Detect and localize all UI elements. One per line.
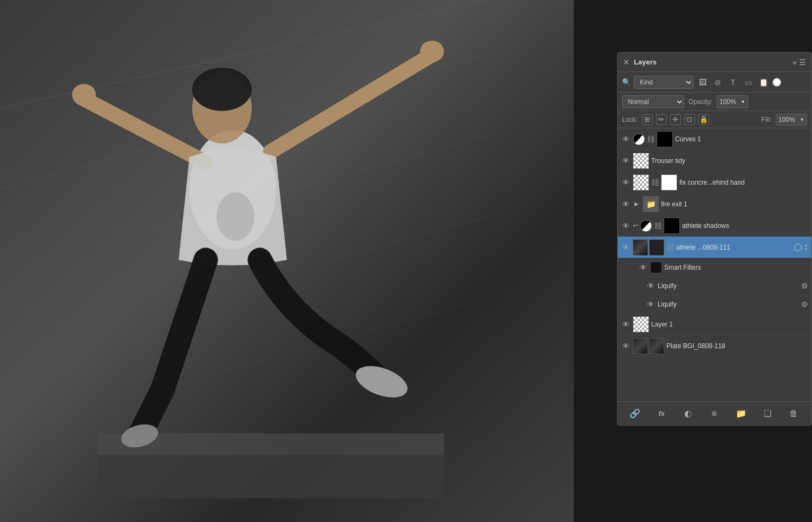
layer-name-fix-concrete: fix concre...ehind hand xyxy=(679,179,808,186)
panel-bottom-toolbar: 🔗 fx ◐ ⊕ 📁 ❑ 🗑 xyxy=(618,401,811,425)
layer-name-trouser: Trouser tidy xyxy=(651,157,808,165)
thumb-plate-mask xyxy=(649,338,664,354)
thumb-double-plate xyxy=(633,338,664,354)
adj-circle-icon-curves1 xyxy=(633,133,645,145)
expand-icon-fire-exit[interactable]: ▶ xyxy=(633,200,640,208)
canvas-image xyxy=(0,0,574,522)
filter-adjust-icon-2[interactable]: ⚙ xyxy=(801,300,808,309)
visibility-icon-liquify-1[interactable]: 👁 xyxy=(646,281,656,291)
search-icon: 🔍 xyxy=(622,78,631,86)
layer-name-curves1: Curves 1 xyxy=(675,135,808,143)
folder-layer-icon: 📁 xyxy=(646,200,656,208)
thumb-athlete-mask xyxy=(649,239,664,256)
visibility-icon-layer1[interactable]: 👁 xyxy=(621,319,631,329)
chain-icon-fix-concrete: ⛓ xyxy=(651,178,659,187)
new-group-button[interactable]: 📁 xyxy=(734,406,749,421)
layer-item-smart-filters[interactable]: 👁 Smart Filters xyxy=(618,258,811,277)
svg-rect-7 xyxy=(97,455,444,498)
chain-icon-curves1: ⛓ xyxy=(647,135,654,143)
panel-menu-button[interactable]: ☰ xyxy=(799,58,806,67)
thumb-plate-photo xyxy=(633,338,648,354)
layer-item-curves1[interactable]: 👁 ⛓ Curves 1 xyxy=(618,128,811,150)
kind-filter-select[interactable]: Kind xyxy=(634,76,693,89)
down-arrow-icon: ▼ xyxy=(804,247,808,252)
layer-name-liquify-2: Liquify xyxy=(658,301,799,308)
panel-title: Layers xyxy=(634,58,657,66)
visibility-icon-athlete-shadows[interactable]: 👁 xyxy=(621,221,631,231)
collapse-expand-icon-athlete-main[interactable]: ▲ ▼ xyxy=(804,243,808,252)
fill-value-display[interactable]: 100% ▼ xyxy=(776,114,807,126)
layer-name-plate-bgi: Plate BGI_0808-118 xyxy=(666,342,808,350)
fill-number: 100% xyxy=(778,116,795,123)
visibility-icon-plate-bgi[interactable]: 👁 xyxy=(621,341,631,351)
thumb-trouser xyxy=(633,153,649,169)
circle-filter-icon[interactable]: ⊘ xyxy=(712,76,724,88)
layer-item-athlete-main[interactable]: 👁 ⛓ athlete ...0808-111 ▲ ▼ xyxy=(618,237,811,258)
blend-mode-select[interactable]: Normal Dissolve Multiply Screen Overlay xyxy=(622,95,684,108)
visibility-icon-smart-filters[interactable]: 👁 xyxy=(638,263,648,272)
panel-collapse-button[interactable]: « xyxy=(793,58,797,67)
layer-name-liquify-1: Liquify xyxy=(658,282,799,290)
visibility-icon-liquify-2[interactable]: 👁 xyxy=(646,299,656,309)
filter-row: 🔍 Kind 🖼 ⊘ T ▭ 📋 xyxy=(618,72,811,93)
layer-item-fix-concrete[interactable]: 👁 ⛓ fix concre...ehind hand xyxy=(618,172,811,193)
panel-header-icons: « ☰ xyxy=(793,58,806,67)
layer-item-liquify-1[interactable]: 👁 Liquify ⚙ xyxy=(618,277,811,295)
header-left: ✕ Layers xyxy=(623,58,657,66)
visibility-icon-trouser[interactable]: 👁 xyxy=(621,156,631,166)
layer-item-athlete-shadows[interactable]: 👁 ↩ ⛓ athlete shadows xyxy=(618,215,811,237)
blend-mode-row: Normal Dissolve Multiply Screen Overlay … xyxy=(618,93,811,111)
filter-toggle-circle[interactable] xyxy=(772,78,781,87)
visibility-icon-athlete-main[interactable]: 👁 xyxy=(621,243,631,252)
layer-item-layer1[interactable]: 👁 Layer 1 xyxy=(618,314,811,335)
panel-close-button[interactable]: ✕ xyxy=(623,59,630,66)
thumb-fix-concrete xyxy=(633,174,649,191)
add-mask-button[interactable]: ◐ xyxy=(680,406,696,421)
lock-pixels-icon[interactable]: ✏ xyxy=(656,114,667,125)
layers-list[interactable]: 👁 ⛓ Curves 1 👁 Trouser tidy 👁 ⛓ fix conc… xyxy=(618,128,811,401)
lock-position-icon[interactable]: ✛ xyxy=(670,114,681,125)
layer-item-trouser-tidy[interactable]: 👁 Trouser tidy xyxy=(618,150,811,172)
thumb-athlete-shadows xyxy=(664,218,680,234)
layer-item-liquify-2[interactable]: 👁 Liquify ⚙ xyxy=(618,295,811,314)
fill-label: Fill: xyxy=(761,116,771,123)
image-filter-icon[interactable]: 🖼 xyxy=(697,76,709,88)
layer-name-fire-exit: fire exit 1 xyxy=(661,200,808,208)
opacity-value-display[interactable]: 100% ▼ xyxy=(717,95,748,108)
panel-header: ✕ Layers « ☰ xyxy=(618,53,811,72)
svg-point-13 xyxy=(72,84,96,106)
badge-icon-athlete-main xyxy=(794,244,802,251)
layer-item-plate-bgi[interactable]: 👁 Plate BGI_0808-118 xyxy=(618,335,811,357)
opacity-number: 100% xyxy=(719,98,736,106)
visibility-icon-curves1[interactable]: 👁 xyxy=(621,134,631,144)
text-filter-icon[interactable]: T xyxy=(727,76,739,88)
lock-label: Lock: xyxy=(622,116,638,123)
svg-point-10 xyxy=(192,68,252,111)
shape-filter-icon[interactable]: ▭ xyxy=(742,76,754,88)
thumb-fire-exit: 📁 xyxy=(643,196,659,212)
delete-layer-button[interactable]: 🗑 xyxy=(786,406,801,421)
new-fill-adjustment-button[interactable]: ⊕ xyxy=(707,406,722,421)
svg-point-15 xyxy=(217,192,254,241)
filter-adjust-icon-1[interactable]: ⚙ xyxy=(801,282,808,290)
layers-panel: ✕ Layers « ☰ 🔍 Kind 🖼 ⊘ T ▭ 📋 Normal Dis… xyxy=(617,52,812,426)
adj-circle-icon-shadows xyxy=(640,220,652,232)
lock-icons-group: ⊞ ✏ ✛ ⊡ 🔒 xyxy=(642,114,709,125)
link-layers-button[interactable]: 🔗 xyxy=(627,406,643,421)
lock-artboard-icon[interactable]: ⊡ xyxy=(684,114,695,125)
layer-name-athlete-shadows: athlete shadows xyxy=(682,222,808,230)
lock-row: Lock: ⊞ ✏ ✛ ⊡ 🔒 Fill: 100% ▼ xyxy=(618,111,811,128)
visibility-icon-fire-exit[interactable]: 👁 xyxy=(621,199,631,209)
new-layer-button[interactable]: ❑ xyxy=(760,406,775,421)
fx-button[interactable]: fx xyxy=(654,406,669,421)
return-icon-athlete-shadows: ↩ xyxy=(633,222,638,229)
thumb-smart-filters xyxy=(650,262,662,273)
lock-transparent-icon[interactable]: ⊞ xyxy=(642,114,653,125)
layer-name-athlete-main: athlete ...0808-111 xyxy=(676,244,792,251)
adjustments-filter-icon[interactable]: 📋 xyxy=(757,76,769,88)
visibility-icon-fix-concrete[interactable]: 👁 xyxy=(621,178,631,187)
chain-icon-athlete-main: ⛓ xyxy=(666,243,674,252)
lock-all-icon[interactable]: 🔒 xyxy=(698,114,709,125)
thumb-double-athlete xyxy=(633,239,664,256)
layer-item-fire-exit[interactable]: 👁 ▶ 📁 fire exit 1 xyxy=(618,193,811,215)
